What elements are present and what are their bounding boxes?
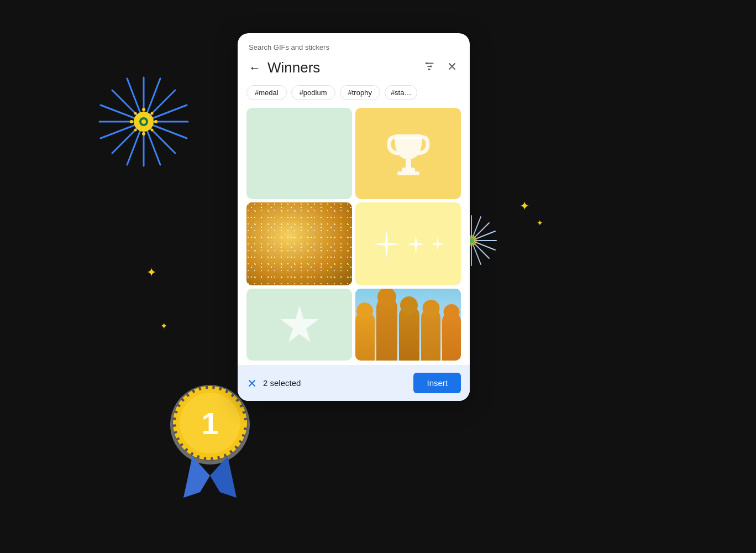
- bottom-bar: 2 selected Insert: [238, 365, 470, 401]
- tags-row: #medal #podium #trophy #sta…: [238, 85, 470, 108]
- svg-line-37: [471, 217, 481, 241]
- svg-line-12: [144, 105, 187, 122]
- close-icon: [447, 61, 458, 72]
- dialog-title-row: ← Winners: [238, 55, 470, 85]
- blue-starburst-decoration: [88, 66, 199, 177]
- sparkle-decoration-4: ✦: [537, 218, 543, 227]
- svg-point-18: [141, 119, 146, 124]
- svg-text:1: 1: [202, 406, 219, 441]
- team-photo: [355, 289, 461, 361]
- svg-line-39: [471, 231, 495, 241]
- clear-icon: [246, 378, 258, 389]
- svg-line-5: [144, 122, 175, 153]
- svg-point-58: [428, 69, 430, 71]
- gif-cell-3[interactable]: [246, 202, 352, 285]
- filter-icon: [423, 60, 435, 72]
- svg-line-7: [112, 122, 144, 153]
- dialog-header-label: Search GIFs and stickers: [238, 33, 470, 55]
- svg-line-9: [144, 122, 187, 138]
- gif-cell-6[interactable]: [355, 289, 461, 361]
- svg-line-42: [471, 241, 481, 264]
- svg-line-36: [471, 241, 495, 250]
- svg-point-51: [176, 389, 244, 457]
- svg-point-46: [172, 385, 248, 461]
- sparkle-decoration-2: ✦: [160, 321, 167, 331]
- close-button[interactable]: [443, 58, 461, 78]
- sparkle-star-small-1: [406, 234, 426, 254]
- svg-point-20: [154, 120, 158, 123]
- header-label-text: Search GIFs and stickers: [249, 43, 329, 51]
- svg-point-24: [151, 129, 154, 132]
- svg-line-33: [471, 223, 489, 241]
- svg-line-4: [112, 90, 144, 122]
- gif-search-dialog: Search GIFs and stickers ← Winners: [238, 33, 470, 401]
- svg-line-14: [127, 79, 144, 122]
- sparkle-star-large: [371, 229, 402, 259]
- svg-point-50: [180, 393, 240, 453]
- svg-point-23: [151, 112, 154, 115]
- svg-rect-63: [406, 159, 411, 168]
- svg-line-10: [144, 79, 160, 122]
- svg-point-22: [130, 120, 133, 123]
- back-icon: ←: [249, 62, 261, 74]
- svg-point-16: [134, 112, 154, 132]
- gold-glitter-texture: [246, 202, 352, 285]
- svg-point-21: [142, 132, 145, 135]
- svg-rect-61: [402, 168, 415, 172]
- svg-point-25: [134, 112, 137, 115]
- selected-count: 2 selected: [263, 378, 413, 388]
- tag-chip-star[interactable]: #sta…: [385, 85, 418, 100]
- svg-marker-47: [183, 456, 210, 498]
- svg-line-32: [471, 241, 489, 258]
- svg-rect-64: [395, 134, 422, 139]
- svg-point-17: [139, 117, 148, 126]
- gif-cell-1[interactable]: [246, 108, 352, 199]
- tag-chip-trophy[interactable]: #trophy: [340, 85, 380, 100]
- trophy-icon: [386, 129, 431, 179]
- gif-cell-5[interactable]: [246, 289, 352, 361]
- gif-cell-2[interactable]: [355, 108, 461, 199]
- insert-button[interactable]: Insert: [413, 373, 461, 393]
- dialog-title: Winners: [267, 59, 416, 76]
- gif-grid: [238, 108, 470, 361]
- clear-selection-button[interactable]: [246, 378, 258, 389]
- svg-point-56: [426, 62, 428, 65]
- svg-point-26: [134, 129, 137, 132]
- star-icon: [277, 302, 322, 347]
- svg-line-13: [101, 122, 144, 138]
- tag-chip-medal[interactable]: #medal: [246, 85, 287, 100]
- filter-button[interactable]: [420, 57, 439, 79]
- svg-point-19: [142, 108, 145, 111]
- svg-marker-48: [210, 456, 237, 498]
- sparkle-decoration-1: ✦: [146, 265, 156, 280]
- svg-point-57: [430, 65, 432, 67]
- svg-marker-65: [280, 305, 319, 342]
- sparkle-decoration-3: ✦: [519, 199, 529, 213]
- sparkle-star-small-2: [430, 236, 445, 252]
- svg-line-6: [144, 90, 175, 122]
- svg-rect-62: [397, 171, 419, 175]
- svg-line-8: [101, 105, 144, 122]
- svg-point-45: [170, 385, 250, 465]
- gif-cell-4[interactable]: [355, 202, 461, 285]
- svg-point-49: [176, 389, 244, 457]
- back-button[interactable]: ←: [246, 60, 263, 76]
- svg-line-15: [144, 122, 160, 165]
- tag-chip-podium[interactable]: #podium: [291, 85, 335, 100]
- svg-line-11: [127, 122, 144, 165]
